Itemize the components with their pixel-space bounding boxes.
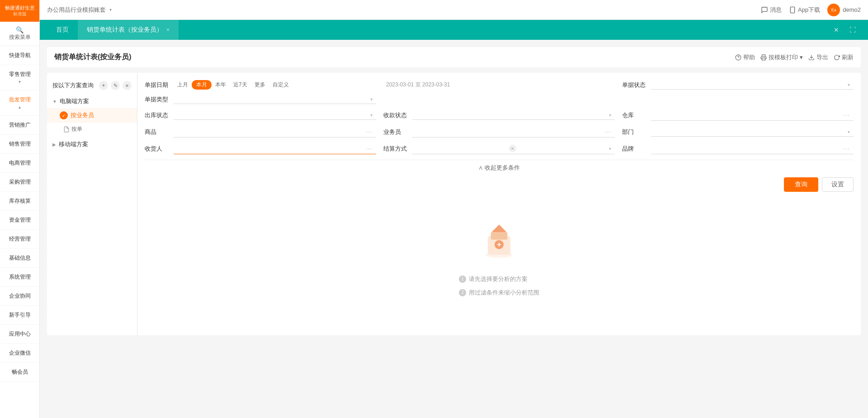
user-avatar[interactable]: Ea demo2 [827,4,861,16]
brand-label: 品牌 [622,145,647,153]
print-action[interactable]: 按模板打印 ▾ [760,53,803,62]
brand-input[interactable]: ··· [651,143,854,154]
collapse-panel-button[interactable]: « [123,81,132,90]
sidebar-item-guide[interactable]: 新手引导 [0,306,39,325]
salesperson-dots: ··· [604,128,611,135]
date-this-month-btn[interactable]: 本月 [192,80,212,90]
dept-caret: ▾ [848,129,850,134]
sidebar-item-cooperation[interactable]: 企业协同 [0,287,39,306]
sub-scheme-label: 按单 [71,125,82,133]
operation-label: 经营管理 [2,235,38,243]
retail-label: 零售管理 [2,71,38,78]
sidebar-item-stock[interactable]: 库存核算 [0,192,39,211]
avatar-circle: Ea [827,4,840,16]
sidebar-item-ecommerce[interactable]: 电商管理 [0,154,39,173]
sidebar-item-sales[interactable]: 销售管理 [0,135,39,154]
add-scheme-button[interactable]: + [99,81,108,90]
sidebar-item-wxwork[interactable]: 企业微信 [0,344,39,363]
warehouse-dots: ··· [843,111,850,119]
scheme-item-salesperson[interactable]: ✓ 按业务员 [47,108,137,123]
sidebar-item-shortcut[interactable]: 快捷导航 [0,46,39,65]
payment-filter: 结算方式 × ▾ [383,143,615,154]
page-actions: 帮助 按模板打印 ▾ 导出 刷新 [735,53,854,62]
goods-label: 商品 [145,128,170,136]
app-title: 办公用品行业模拟账套 [47,6,106,14]
mobile-group-title[interactable]: ▶ 移动端方案 [47,138,137,151]
date-label: 单据日期 [145,81,170,89]
tab-home[interactable]: 首页 [47,20,78,40]
tab-home-label: 首页 [56,26,69,34]
empty-hint-1: 1 请先选择要分析的方案 2 用过滤条件来缩小分析范围 [459,273,539,300]
sidebar-item-purchase[interactable]: 采购管理 [0,173,39,192]
payment-clear-btn[interactable]: × [509,145,516,152]
right-panel: 单据日期 上月 本月 本年 近7天 更多 自定义 2023-03-01 至 20… [137,73,861,335]
topbar-left: 办公用品行业模拟账套 ▾ [47,6,112,14]
salesperson-input[interactable]: ··· [412,126,615,138]
receiver-input[interactable]: ··· [174,143,376,154]
export-action[interactable]: 导出 [808,53,828,62]
logo-text: 畅捷通好生意 [3,5,37,11]
date-range-display: 2023-03-01 至 2023-03-31 [383,80,615,90]
date-7days-btn[interactable]: 近7天 [230,80,251,90]
sidebar-item-marketing[interactable]: 营销推广 [0,116,39,135]
date-custom-btn[interactable]: 自定义 [269,80,292,90]
edit-scheme-button[interactable]: ✎ [111,81,120,90]
content-area: 销货单统计表(按业务员) 帮助 按模板打印 ▾ 导出 刷新 [40,40,868,418]
dept-input[interactable]: ▾ [651,128,854,137]
tab-bar: 首页 销货单统计表（按业务员） × ✕ ⛶ [40,20,868,40]
mobile-scheme-group: ▶ 移动端方案 [47,138,137,151]
bill-status-input[interactable]: ▾ [651,81,854,90]
date-prev-month-btn[interactable]: 上月 [174,80,192,90]
out-status-input[interactable]: ▾ [174,111,376,120]
sidebar-item-system[interactable]: 系统管理 [0,268,39,287]
warehouse-input[interactable]: ··· [651,109,854,121]
settings-button[interactable]: 设置 [822,177,854,192]
sidebar-item-member[interactable]: 畅会员 [0,363,39,382]
collapse-more-row[interactable]: ∧ 收起更多条件 [145,160,854,174]
tab-current[interactable]: 销货单统计表（按业务员） × [78,20,179,40]
desktop-group-arrow: ▼ [52,99,57,104]
window-controls: ✕ ⛶ [830,24,861,36]
close-window-button[interactable]: ✕ [830,24,843,36]
maximize-window-button[interactable]: ⛶ [846,24,859,36]
print-dropdown-arrow[interactable]: ▾ [800,54,803,61]
app-download-label: App下载 [798,6,820,14]
svg-rect-0 [790,7,794,13]
sidebar-item-basic[interactable]: 基础信息 [0,249,39,268]
bill-type-input[interactable]: ▾ [174,95,376,104]
tab-close-icon[interactable]: × [166,27,170,33]
sidebar-item-appcenter[interactable]: 应用中心 [0,325,39,344]
panel-header-icons: + ✎ « [99,81,132,90]
refresh-action[interactable]: 刷新 [834,53,854,62]
logo-sub: 标准版 [3,11,37,17]
svg-rect-4 [762,58,765,60]
query-button[interactable]: 查询 [784,177,818,192]
sub-scheme-item-bill[interactable]: 按单 [47,123,137,136]
bill-type-label: 单据类型 [145,95,170,104]
date-this-year-btn[interactable]: 本年 [212,80,230,90]
sidebar-item-finance[interactable]: 资金管理 [0,211,39,230]
message-icon[interactable]: 消息 [761,6,782,14]
payment-input[interactable]: × ▾ [412,143,615,154]
desktop-group-title[interactable]: ▼ 电脑端方案 [47,95,137,108]
sidebar-item-search[interactable]: 🔍 搜索菜单 [0,22,39,46]
hint-num-2: 2 [459,289,466,296]
warehouse-label: 仓库 [622,111,647,119]
help-action[interactable]: 帮助 [735,53,755,62]
sidebar-item-retail[interactable]: 零售管理 ▾ [0,65,39,90]
date-more-btn[interactable]: 更多 [251,80,269,90]
app-download-icon[interactable]: App下载 [789,6,820,14]
sidebar-item-operation[interactable]: 经营管理 [0,230,39,249]
empty-illustration [476,219,522,264]
goods-input[interactable]: ··· [174,126,376,138]
help-label: 帮助 [743,53,755,62]
receiver-label: 收货人 [145,145,170,153]
receipt-status-input[interactable]: ▾ [412,111,615,120]
receiver-filter: 收货人 ··· [145,143,376,154]
filter-grid-3: 商品 ··· 业务员 ··· [145,126,854,138]
receipt-status-caret: ▾ [609,113,611,118]
wholesale-label: 批发管理 [2,96,38,104]
logo[interactable]: 畅捷通好生意 标准版 [0,0,39,22]
app-dropdown-arrow[interactable]: ▾ [109,7,112,12]
sidebar-item-wholesale[interactable]: 批发管理 ▴ [0,90,39,116]
